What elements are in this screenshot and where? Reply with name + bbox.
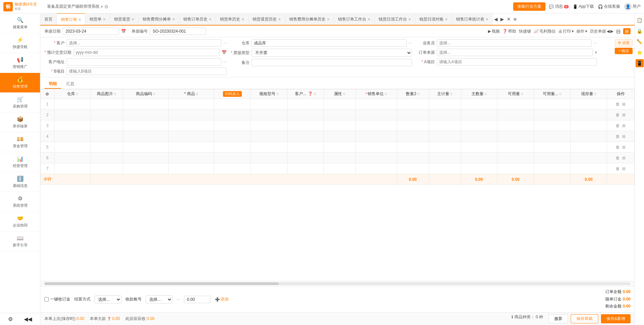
payment-method-select[interactable]: 选择... (94, 295, 121, 303)
history-bill-button[interactable]: 历史单据 ◀ ▶ (590, 29, 613, 34)
tab-return-history[interactable]: 销货退货历史 ✕ (249, 13, 285, 25)
user-button[interactable]: 👤 用户 (624, 3, 641, 10)
messages-button[interactable]: 💬 消息 9 (549, 4, 569, 9)
sort-mainunit-icon[interactable]: ⇅ (450, 92, 453, 96)
horizontal-scrollbar[interactable] (44, 282, 631, 285)
tab-sales-bill-history[interactable]: 销货单历史 ✕ (216, 13, 249, 25)
quick-checkout-checkbox[interactable]: 一键收订金 (44, 296, 70, 302)
tab-order-workbench[interactable]: 销售订单工作台 ✕ (334, 13, 375, 25)
cell-attr[interactable] (324, 163, 356, 174)
sidebar-item-finance[interactable]: 💴 资金管理 (0, 132, 40, 152)
warehouse-more-icon[interactable]: ··· (409, 41, 412, 45)
tab-home[interactable]: 首页 (40, 13, 57, 25)
copy-row-icon[interactable]: ⊞ (622, 134, 626, 139)
save-draft-button[interactable]: 保存草稿 (571, 314, 598, 323)
tab-order-stats[interactable]: 销售订单统计表 ✕ (452, 13, 493, 25)
cell-sku-code[interactable] (123, 142, 168, 153)
cell-qty2[interactable] (397, 99, 429, 110)
app-download-button[interactable]: 📱 App下载 (573, 4, 594, 9)
sidebar-item-search[interactable]: 🔍 搜索菜单 (0, 13, 40, 33)
cell-warehouse[interactable] (54, 110, 91, 120)
delete-row-icon[interactable]: 🗑 (616, 123, 620, 128)
tab-close-icon[interactable]: ✕ (209, 17, 212, 21)
cell-product[interactable] (168, 131, 214, 142)
cell-sku-code[interactable] (123, 153, 168, 163)
tab-detail[interactable]: 明细 (44, 79, 61, 89)
cell-product[interactable] (168, 142, 214, 153)
scroll-thumb[interactable] (44, 282, 279, 285)
sort-attr-icon[interactable]: ⇅ (343, 92, 345, 96)
cell-warehouse[interactable] (54, 153, 91, 163)
tab-nav-next[interactable]: ▶ (499, 16, 505, 22)
sidebar-item-inventory[interactable]: 📦 库存核算 (0, 113, 40, 132)
cell-spec[interactable] (251, 131, 287, 142)
delete-row-icon[interactable]: 🗑 (616, 145, 620, 150)
tab-cash-workbench[interactable]: 钱货日清工作台 ✕ (375, 13, 415, 25)
sidebar-item-purchase[interactable]: 🛒 采购管理 (0, 93, 40, 113)
nav-arrow-left[interactable]: ◀ (607, 29, 610, 34)
cell-warehouse[interactable] (54, 99, 91, 110)
cell-spec[interactable] (251, 110, 287, 120)
print-button[interactable]: 🖨 打印 ▾ (558, 29, 574, 34)
invoice-select[interactable]: 不开票 增值税普通发票 增值税专用发票 (252, 49, 412, 57)
delivery-date-input[interactable] (73, 49, 220, 56)
remarks-input[interactable] (252, 59, 412, 66)
single-date-input[interactable] (63, 28, 119, 35)
add-logistics-btn[interactable]: + 物流 (615, 48, 633, 54)
cell-spec[interactable] (251, 153, 287, 163)
cell-customer-sku[interactable] (287, 163, 324, 174)
tab-summary[interactable]: 汇总 (62, 79, 79, 89)
online-support-button[interactable]: 🎧 在线客服 (598, 4, 620, 9)
cell-unit[interactable] (356, 131, 397, 142)
cell-warehouse[interactable] (54, 131, 91, 142)
cell-product[interactable] (168, 110, 214, 120)
cell-attr[interactable] (324, 99, 356, 110)
tab-close-icon[interactable]: ✕ (368, 17, 370, 21)
cell-main-qty[interactable] (461, 120, 497, 131)
tab-nav-prev[interactable]: ◀ (493, 16, 499, 22)
cell-customer-sku[interactable] (287, 99, 324, 110)
order-source-input[interactable] (437, 49, 593, 56)
sidebar-item-system[interactable]: ⚙ 系统管理 (0, 192, 40, 212)
rpanel-lock-icon[interactable]: 🔒 (636, 27, 644, 35)
cell-customer-sku[interactable] (287, 131, 324, 142)
sidebar-item-guide[interactable]: 📖 新手引导 (0, 232, 40, 251)
cell-main-qty[interactable] (461, 163, 497, 174)
tab-sales-order-history[interactable]: 销售订单历史 ✕ (179, 13, 216, 25)
calendar-delivery-icon[interactable]: 📅 (222, 50, 227, 55)
customer-addr-more-icon[interactable]: ··· (223, 59, 227, 64)
cell-sku-code[interactable] (123, 131, 168, 142)
tab-close-icon[interactable]: ✕ (486, 17, 488, 21)
cell-qty2[interactable] (397, 142, 429, 153)
nav-arrow-right[interactable]: ▶ (610, 29, 613, 34)
cell-unit[interactable] (356, 142, 397, 153)
cell-qty2[interactable] (397, 120, 429, 131)
sort-custsku-icon[interactable]: ⇅ (313, 92, 316, 96)
tab-sales-bill[interactable]: 销货单 ✕ (85, 13, 110, 25)
delete-row-icon[interactable]: 🗑 (616, 134, 620, 139)
copy-row-icon[interactable]: ⊞ (622, 113, 626, 117)
th-settings[interactable]: ⚙ (41, 89, 54, 99)
cell-attr[interactable] (324, 120, 356, 131)
cell-sku-code[interactable] (123, 120, 168, 131)
cell-unit[interactable] (356, 153, 397, 163)
view-video-button[interactable]: ▶ 视频 (488, 29, 500, 34)
cell-main-qty[interactable] (461, 99, 497, 110)
cell-sku-code[interactable] (123, 110, 168, 120)
cell-customer-sku[interactable] (287, 153, 324, 163)
cell-sku-code[interactable] (123, 163, 168, 174)
dropdown-arrow-icon[interactable]: ▾ (101, 4, 103, 9)
delete-row-icon[interactable]: 🗑 (616, 166, 620, 171)
cell-qty2[interactable] (397, 131, 429, 142)
sort-qty2-icon[interactable]: ⇅ (417, 92, 420, 96)
discard-button[interactable]: 放弃 (548, 314, 568, 323)
tab-expand-icon[interactable]: ⊞ (512, 17, 518, 22)
settings-icon[interactable]: ⚙ (104, 4, 109, 9)
shortcut-button[interactable]: 快捷键 (519, 29, 531, 34)
sort-avail2-icon[interactable]: ⇅ (559, 92, 562, 96)
cell-attr[interactable] (324, 153, 356, 163)
tab-close-icon[interactable]: ✕ (78, 18, 81, 22)
add-payment-button[interactable]: ➕ 添加 (215, 296, 229, 302)
staff-input[interactable] (437, 39, 592, 47)
cell-warehouse[interactable] (54, 120, 91, 131)
